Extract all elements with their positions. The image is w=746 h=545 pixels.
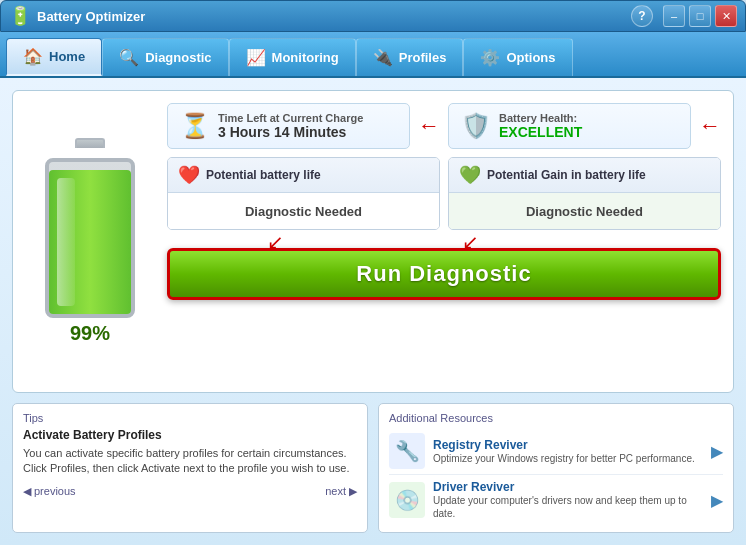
- chevron-right-icon: ▶: [349, 485, 357, 498]
- driver-reviver-item[interactable]: 💿 Driver Reviver Update your computer's …: [389, 475, 723, 525]
- help-button[interactable]: ?: [631, 5, 653, 27]
- info-panel: ⏳ Time Left at Current Charge 3 Hours 14…: [167, 103, 721, 380]
- battery-shine: [57, 178, 75, 306]
- monitoring-icon: 📈: [246, 48, 266, 67]
- registry-reviver-arrow: ▶: [711, 442, 723, 461]
- arrow-right-down: ↙: [462, 230, 479, 254]
- heart-icon: ❤️: [178, 164, 200, 186]
- previous-tip-button[interactable]: ◀ previous: [23, 485, 76, 498]
- arrow-to-time: ←: [418, 103, 440, 149]
- battery-health-label: Battery Health:: [499, 112, 582, 124]
- battery-health-content: Battery Health: EXCELLENT: [499, 112, 582, 140]
- profiles-icon: 🔌: [373, 48, 393, 67]
- potential-battery-life-label: Potential battery life: [206, 168, 321, 182]
- tab-options[interactable]: ⚙️ Options: [463, 38, 572, 76]
- app-icon: 🔋: [9, 5, 31, 27]
- battery-container: 99%: [25, 103, 155, 380]
- driver-reviver-title: Driver Reviver: [433, 480, 703, 494]
- registry-reviver-item[interactable]: 🔧 Registry Reviver Optimize your Windows…: [389, 428, 723, 475]
- nav-bar: 🏠 Home 🔍 Diagnostic 📈 Monitoring 🔌 Profi…: [0, 32, 746, 78]
- title-bar-text: Battery Optimizer: [37, 9, 631, 24]
- potential-battery-life-value: Diagnostic Needed: [168, 193, 439, 229]
- potential-gain-value: Diagnostic Needed: [449, 193, 720, 229]
- home-icon: 🏠: [23, 47, 43, 66]
- tab-monitoring[interactable]: 📈 Monitoring: [229, 38, 356, 76]
- tips-section-label: Tips: [23, 412, 357, 424]
- tips-title: Activate Battery Profiles: [23, 428, 357, 442]
- health-icon: 🛡️: [461, 112, 491, 140]
- tips-navigation: ◀ previous next ▶: [23, 485, 357, 498]
- chevron-left-icon: ◀: [23, 485, 31, 498]
- resources-section-label: Additional Resources: [389, 412, 723, 424]
- battery-visual: [45, 138, 135, 308]
- registry-reviver-icon: 🔧: [389, 433, 425, 469]
- tab-home-label: Home: [49, 49, 85, 64]
- time-left-content: Time Left at Current Charge 3 Hours 14 M…: [218, 112, 363, 140]
- maximize-button[interactable]: □: [689, 5, 711, 27]
- potential-gain-label: Potential Gain in battery life: [487, 168, 646, 182]
- run-diagnostic-button[interactable]: Run Diagnostic: [167, 248, 721, 300]
- potential-gain-box: 💚 Potential Gain in battery life Diagnos…: [448, 157, 721, 230]
- title-bar-controls: ? – □ ✕: [631, 5, 737, 27]
- time-left-value: 3 Hours 14 Minutes: [218, 124, 363, 140]
- battery-health-box: 🛡️ Battery Health: EXCELLENT: [448, 103, 691, 149]
- run-diagnostic-wrapper: ↙ ↙ Run Diagnostic: [167, 238, 721, 304]
- potential-row: ❤️ Potential battery life Diagnostic Nee…: [167, 157, 721, 230]
- tab-home[interactable]: 🏠 Home: [6, 38, 102, 76]
- options-icon: ⚙️: [480, 48, 500, 67]
- minimize-button[interactable]: –: [663, 5, 685, 27]
- driver-reviver-arrow: ▶: [711, 491, 723, 510]
- tips-text: You can activate specific battery profil…: [23, 446, 357, 477]
- registry-reviver-text: Registry Reviver Optimize your Windows r…: [433, 438, 703, 465]
- time-left-label: Time Left at Current Charge: [218, 112, 363, 124]
- registry-reviver-desc: Optimize your Windows registry for bette…: [433, 452, 703, 465]
- tips-panel: Tips Activate Battery Profiles You can a…: [12, 403, 368, 533]
- battery-health-value: EXCELLENT: [499, 124, 582, 140]
- potential-battery-life-box: ❤️ Potential battery life Diagnostic Nee…: [167, 157, 440, 230]
- resources-panel: Additional Resources 🔧 Registry Reviver …: [378, 403, 734, 533]
- arrow-left-down: ↙: [267, 230, 284, 254]
- driver-reviver-desc: Update your computer's drivers now and k…: [433, 494, 703, 520]
- battery-body: [45, 158, 135, 318]
- top-section: 99% ⏳ Time Left at Current Charge 3 Hour…: [12, 90, 734, 393]
- tab-options-label: Options: [506, 50, 555, 65]
- potential-battery-life-header: ❤️ Potential battery life: [168, 158, 439, 193]
- tab-monitoring-label: Monitoring: [272, 50, 339, 65]
- close-button[interactable]: ✕: [715, 5, 737, 27]
- next-label: next: [325, 485, 346, 497]
- tab-profiles-label: Profiles: [399, 50, 447, 65]
- main-content: 99% ⏳ Time Left at Current Charge 3 Hour…: [0, 78, 746, 545]
- previous-label: previous: [34, 485, 76, 497]
- driver-reviver-icon: 💿: [389, 482, 425, 518]
- battery-tip: [75, 138, 105, 148]
- driver-reviver-text: Driver Reviver Update your computer's dr…: [433, 480, 703, 520]
- battery-percentage: 99%: [70, 322, 110, 345]
- hourglass-icon: ⏳: [180, 112, 210, 140]
- registry-reviver-title: Registry Reviver: [433, 438, 703, 452]
- battery-fill: [49, 170, 131, 314]
- stats-row: ⏳ Time Left at Current Charge 3 Hours 14…: [167, 103, 721, 149]
- tab-profiles[interactable]: 🔌 Profiles: [356, 38, 464, 76]
- arrow-to-health: ←: [699, 103, 721, 149]
- diagnostic-icon: 🔍: [119, 48, 139, 67]
- potential-gain-header: 💚 Potential Gain in battery life: [449, 158, 720, 193]
- next-tip-button[interactable]: next ▶: [325, 485, 357, 498]
- time-left-box: ⏳ Time Left at Current Charge 3 Hours 14…: [167, 103, 410, 149]
- green-heart-icon: 💚: [459, 164, 481, 186]
- tab-diagnostic-label: Diagnostic: [145, 50, 211, 65]
- tab-diagnostic[interactable]: 🔍 Diagnostic: [102, 38, 228, 76]
- title-bar: 🔋 Battery Optimizer ? – □ ✕: [0, 0, 746, 32]
- bottom-section: Tips Activate Battery Profiles You can a…: [12, 403, 734, 533]
